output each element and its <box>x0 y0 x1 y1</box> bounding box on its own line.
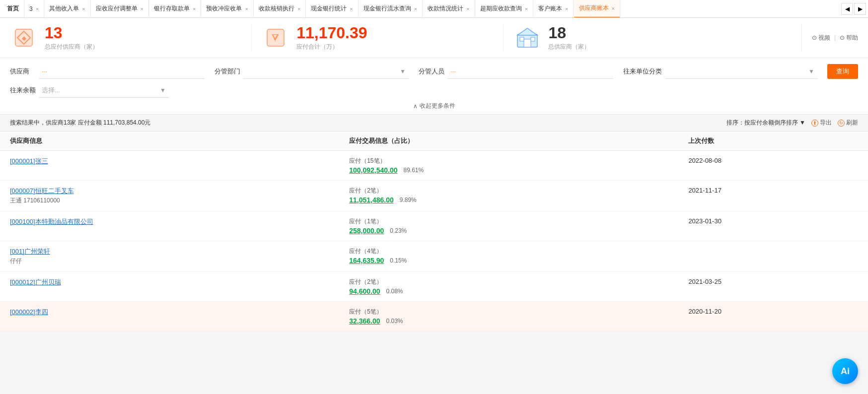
filter-balance: 往来余额 选择... ▼ <box>10 83 169 98</box>
payable-amount-5[interactable]: 94,600.00 <box>349 287 380 295</box>
supplier-input[interactable] <box>39 64 205 79</box>
payable-pct-3: 0.23% <box>390 227 407 234</box>
person-input[interactable] <box>447 64 613 79</box>
dept-label: 分管部门 <box>215 67 240 76</box>
nav-tab-collection-verify[interactable]: 收款核销执行 × <box>254 0 306 18</box>
payable-pct-4: 0.15% <box>390 257 407 264</box>
payable-label-5: 应付（2笔） <box>349 278 688 286</box>
video-link[interactable]: ⊙ 视频 <box>812 34 830 42</box>
supplier-info-6: [000002]李四 <box>10 308 349 317</box>
dept-select[interactable]: ▼ <box>243 64 409 79</box>
lastpay-2: 2021-11-17 <box>688 187 858 194</box>
card3-label: 总供应商（家） <box>548 43 590 51</box>
table-row: [000007]恒旺二手叉车 王通 17106110000 应付（2笔） 11,… <box>0 181 868 211</box>
supplier-info-2: [000007]恒旺二手叉车 王通 17106110000 <box>10 187 349 205</box>
svg-rect-7 <box>524 39 531 47</box>
svg-marker-6 <box>517 28 537 35</box>
nav-tab-home[interactable]: 首页 <box>2 0 24 18</box>
close-icon[interactable]: × <box>525 6 528 12</box>
payable-pct-5: 0.08% <box>386 288 403 295</box>
top-right-links: ⊙ 视频 | ⊙ 帮助 <box>802 24 858 52</box>
supplier-link-3[interactable]: [000100]本特勤油品有限公司 <box>10 217 349 226</box>
card1-text: 13 总应付供应商（家） <box>45 25 98 51</box>
payable-amount-1[interactable]: 100,092,540.00 <box>349 166 397 174</box>
export-icon: ⬆ <box>811 120 818 127</box>
category-label: 往来单位分类 <box>623 67 662 76</box>
payable-amount-3[interactable]: 258,000.00 <box>349 227 384 235</box>
nav-right-arrow[interactable]: ▶ <box>854 3 866 15</box>
payable-label-2: 应付（2笔） <box>349 187 688 195</box>
balance-select[interactable]: 选择... ▼ <box>39 83 169 98</box>
close-icon[interactable]: × <box>82 6 85 12</box>
card3-text: 18 总供应商（家） <box>548 25 590 51</box>
nav-tab-cash-bank-query[interactable]: 现金银行流水查询 × <box>359 0 423 18</box>
results-actions: 排序：按应付余额倒序排序 ▼ ⬆ 导出 ↻ 刷新 <box>726 119 858 127</box>
nav-tab-cash-bank-stat[interactable]: 现金银行统计 × <box>306 0 358 18</box>
close-icon[interactable]: × <box>36 6 39 12</box>
collapse-up-icon: ∧ <box>413 103 418 110</box>
nav-tab-bank-deposit[interactable]: 银行存取款单 × <box>149 0 201 18</box>
card1-label: 总应付供应商（家） <box>45 43 98 51</box>
close-icon[interactable]: × <box>245 6 248 12</box>
nav-tab-3[interactable]: 3 × <box>24 0 44 18</box>
payable-info-2: 应付（2笔） 11,051,486.00 9.89% <box>349 187 688 204</box>
supplier-info-5: [000012]广州贝瑞 <box>10 278 349 287</box>
diamond-icon: ◆ <box>10 24 38 52</box>
payable-label-3: 应付（1笔） <box>349 217 688 226</box>
balance-placeholder: 选择... <box>42 86 60 95</box>
supplier-link-6[interactable]: [000002]李四 <box>10 308 349 317</box>
card1-number: 13 <box>45 25 98 41</box>
sort-chevron-icon[interactable]: ▼ <box>799 119 805 126</box>
close-icon[interactable]: × <box>414 6 417 12</box>
query-button[interactable]: 查询 <box>827 64 858 79</box>
collapse-button[interactable]: ∧ 收起更多条件 <box>10 102 858 110</box>
card2-label: 应付合计（万） <box>296 43 367 51</box>
table-row: [000002]李四 应付（5笔） 32,366.00 0.03% 2020-1… <box>0 302 868 331</box>
lastpay-3: 2023-01-30 <box>688 217 858 225</box>
nav-left-arrow[interactable]: ◀ <box>841 3 853 15</box>
payable-amount-6[interactable]: 32,366.00 <box>349 317 380 325</box>
rice-icon: ⛛ <box>262 24 289 52</box>
export-button[interactable]: ⬆ 导出 <box>811 119 832 127</box>
close-icon[interactable]: × <box>612 5 615 11</box>
close-icon[interactable]: × <box>193 6 196 12</box>
supplier-info-4: [001]广州荣轩 仔仔 <box>10 247 349 265</box>
summary-card-payable: ⛛ 11,170.39 应付合计（万） <box>252 24 504 52</box>
close-icon[interactable]: × <box>297 6 300 12</box>
supplier-link-4[interactable]: [001]广州荣轩 <box>10 247 349 256</box>
close-icon[interactable]: × <box>466 6 469 12</box>
nav-tab-customer-ledger[interactable]: 客户账本 × <box>533 0 574 18</box>
nav-tab-ar-ap-adjust[interactable]: 应收应付调整单 × <box>91 0 149 18</box>
nav-tab-other-income[interactable]: 其他收入单 × <box>44 0 90 18</box>
supplier-link-5[interactable]: [000012]广州贝瑞 <box>10 278 349 287</box>
supplier-link-1[interactable]: [000001]张三 <box>10 157 349 166</box>
payable-amount-4[interactable]: 164,635.90 <box>349 257 384 264</box>
close-icon[interactable]: × <box>141 6 144 12</box>
payable-row-1: 100,092,540.00 89.61% <box>349 166 688 174</box>
nav-tab-prepay-ar[interactable]: 预收冲应收单 × <box>201 0 253 18</box>
close-icon[interactable]: × <box>565 6 568 12</box>
help-link[interactable]: ⊙ 帮助 <box>840 34 858 42</box>
nav-tab-collection-stat[interactable]: 收款情况统计 × <box>423 0 475 18</box>
dept-chevron-icon: ▼ <box>400 68 406 75</box>
payable-row-5: 94,600.00 0.08% <box>349 287 688 295</box>
nav-tab-supplier-ledger[interactable]: 供应商账本 × <box>574 0 620 18</box>
summary-card-suppliers: ◆ 13 总应付供应商（家） <box>10 24 252 52</box>
supplier-info-1: [000001]张三 <box>10 157 349 166</box>
table-row: [001]广州荣轩 仔仔 应付（4笔） 164,635.90 0.15% <box>0 241 868 272</box>
payable-row-4: 164,635.90 0.15% <box>349 257 688 264</box>
payable-amount-2[interactable]: 11,051,486.00 <box>349 196 394 204</box>
col-header-payable: 应付交易信息（占比） <box>349 136 688 145</box>
payable-label-6: 应付（5笔） <box>349 308 688 316</box>
category-select[interactable]: ▼ <box>665 64 818 79</box>
col-header-supplier: 供应商信息 <box>10 136 349 145</box>
refresh-button[interactable]: ↻ 刷新 <box>838 119 858 127</box>
payable-row-3: 258,000.00 0.23% <box>349 227 688 235</box>
balance-chevron-icon: ▼ <box>160 87 166 94</box>
payable-pct-2: 9.89% <box>400 197 417 203</box>
close-icon[interactable]: × <box>350 6 353 12</box>
filter-person: 分管人员 <box>419 64 613 79</box>
summary-card-total-suppliers: 18 总供应商（家） <box>504 24 801 52</box>
supplier-link-2[interactable]: [000007]恒旺二手叉车 <box>10 187 349 196</box>
nav-tab-overdue-ar[interactable]: 超期应收款查询 × <box>475 0 533 18</box>
